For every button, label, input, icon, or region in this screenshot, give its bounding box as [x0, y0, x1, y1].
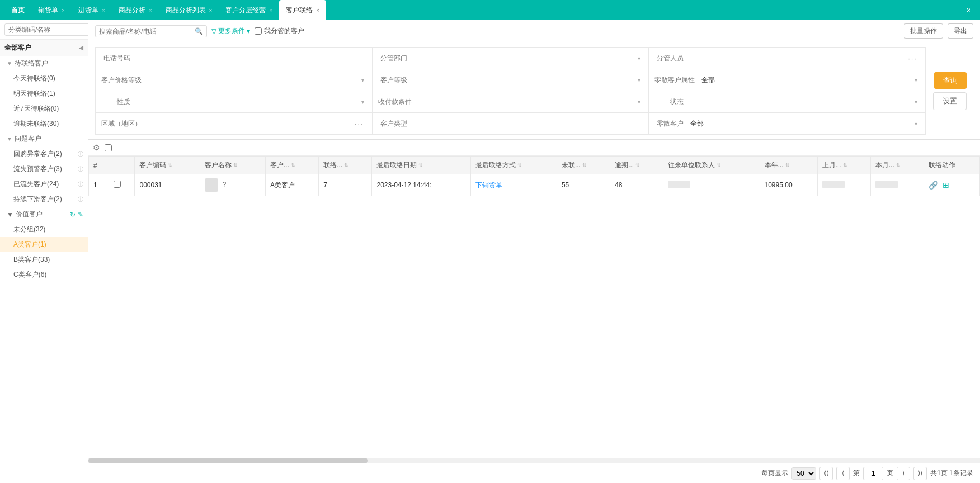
filter-retail-cust-input[interactable]: 全部 ▾ — [688, 116, 920, 131]
next-page-button[interactable]: ⟩ — [897, 467, 910, 480]
th-last-way[interactable]: 最后联络方式 ⇅ — [471, 157, 557, 174]
th-level[interactable]: 客户... ⇅ — [265, 157, 318, 174]
sidebar-item-churned[interactable]: 已流失客户(24) ⓘ — [0, 177, 88, 192]
batch-op-button[interactable]: 批量操作 — [904, 23, 943, 39]
filter-cust-type-input[interactable] — [412, 116, 643, 131]
sidebar-item-ungrouped[interactable]: 未分组(32) — [0, 222, 88, 237]
filter-payment: 收付款条件 ▾ — [373, 91, 649, 112]
filter-region-input[interactable]: ··· — [146, 116, 366, 131]
sidebar-item-class-a[interactable]: A类客户(1) — [0, 237, 88, 252]
filter-dept-caret: ▾ — [638, 55, 640, 61]
filter-status-input[interactable]: ▾ — [688, 94, 920, 109]
close-all-button[interactable]: × — [962, 6, 976, 15]
page-input[interactable] — [863, 467, 883, 480]
my-customers-checkbox[interactable] — [255, 27, 262, 35]
horizontal-scrollbar[interactable] — [88, 458, 980, 463]
th-this-year[interactable]: 本年... ⇅ — [760, 157, 817, 174]
settings-button[interactable]: 设置 — [933, 92, 967, 110]
action-link-icon[interactable]: 🔗 — [929, 181, 938, 190]
filter-search-input[interactable] — [99, 27, 195, 35]
main-layout: 🔍 全部客户 ◀ ▼ 待联络客户 今天待联络(0) 明天待联络(1) 近7天待联… — [0, 20, 980, 483]
th-last-month[interactable]: 上月... ⇅ — [817, 157, 870, 174]
my-customers-checkbox-wrap[interactable]: 我分管的客户 — [255, 26, 304, 36]
filter-nature-input[interactable]: ▾ — [135, 94, 366, 109]
sidebar-item-today[interactable]: 今天待联络(0) — [0, 71, 88, 86]
nav-product-analysis-close[interactable]: × — [149, 7, 152, 13]
first-page-button[interactable]: ⟨⟨ — [819, 467, 833, 480]
pagination: 每页显示 50 ⟨⟨ ⟨ 第 页 ⟩ ⟩⟩ 共1页 1条记录 — [761, 467, 973, 480]
sidebar-item-tomorrow[interactable]: 明天待联络(1) — [0, 86, 88, 101]
filter-search-box[interactable]: 🔍 — [95, 25, 207, 37]
sidebar-item-repurchase-abnormal[interactable]: 回购异常客户(2) ⓘ — [0, 146, 88, 162]
filter-more-button[interactable]: ▽ 更多条件 ▾ — [211, 26, 250, 36]
cell-last-way[interactable]: 下销货单 — [471, 174, 557, 196]
nav-home[interactable]: 首页 — [4, 0, 31, 20]
th-this-month-label: 本月... — [875, 160, 894, 170]
nav-customer-contact[interactable]: 客户联络 × — [279, 0, 326, 20]
filter-status-caret: ▾ — [915, 99, 917, 105]
prev-page-button[interactable]: ⟨ — [836, 467, 850, 480]
nav-product-analysis-list[interactable]: 商品分析列表 × — [159, 0, 219, 20]
table-settings-icon[interactable]: ⚙ — [93, 143, 100, 152]
nav-sales[interactable]: 销货单 × — [31, 0, 72, 20]
filter-person-input[interactable]: ··· — [688, 51, 920, 65]
filter-row-1: 电话号码 分管部门 ▾ — [95, 47, 926, 69]
th-name[interactable]: 客户名称 ⇅ — [200, 157, 266, 174]
sidebar-group-pending[interactable]: ▼ 待联络客户 — [0, 56, 88, 71]
th-last-month-label: 上月... — [822, 160, 841, 170]
nav-customer-segment-close[interactable]: × — [269, 7, 272, 13]
th-contact[interactable]: 联络... ⇅ — [319, 157, 372, 174]
th-last-date[interactable]: 最后联络日期 ⇅ — [372, 157, 471, 174]
th-overdue[interactable]: 逾期... ⇅ — [610, 157, 663, 174]
query-button[interactable]: 查询 — [934, 72, 967, 89]
per-page-select[interactable]: 50 — [791, 467, 816, 480]
sidebar-item-declining[interactable]: 持续下滑客户(2) ⓘ — [0, 192, 88, 207]
cell-checkbox[interactable] — [109, 174, 135, 196]
filter-person: 分管人员 ··· — [649, 48, 925, 69]
info-icon-1: ⓘ — [78, 150, 83, 158]
sidebar-item-class-b[interactable]: B类客户(33) — [0, 252, 88, 267]
sidebar-item-overdue[interactable]: 逾期未联络(30) — [0, 116, 88, 131]
filter-retail-cust-label: 零散客户 — [654, 119, 688, 129]
value-refresh-icon[interactable]: ↻ — [70, 211, 76, 219]
nav-product-analysis[interactable]: 商品分析 × — [112, 0, 159, 20]
select-all-checkbox[interactable] — [105, 144, 112, 151]
row-checkbox[interactable] — [114, 181, 121, 188]
nav-purchase[interactable]: 进货单 × — [72, 0, 112, 20]
th-unit-contact[interactable]: 往来单位联系人 ⇅ — [663, 157, 760, 174]
value-edit-icon[interactable]: ✎ — [78, 211, 83, 219]
scrollbar-thumb[interactable] — [88, 458, 368, 463]
table-toolbar: ⚙ — [88, 140, 980, 156]
filter-price-level-label: 客户价格等级 — [101, 75, 146, 85]
filter-dept-input[interactable]: ▾ — [412, 51, 643, 65]
th-last-date-label: 最后联络日期 — [376, 160, 417, 170]
sidebar-item-churn-warning[interactable]: 流失预警客户(3) ⓘ — [0, 162, 88, 177]
last-way-link[interactable]: 下销货单 — [475, 181, 502, 189]
th-last-way-label: 最后联络方式 — [475, 160, 516, 170]
nav-customer-contact-close[interactable]: × — [316, 7, 319, 13]
filter-retail-attr-input[interactable]: 全部 ▾ — [699, 73, 920, 87]
sidebar-collapse-icon[interactable]: ◀ — [79, 45, 83, 51]
filter-payment-input[interactable]: ▾ — [416, 94, 643, 109]
last-page-button[interactable]: ⟩⟩ — [913, 467, 927, 480]
filter-phone-input[interactable] — [135, 51, 366, 65]
th-checkbox — [109, 157, 135, 174]
nav-purchase-close[interactable]: × — [102, 7, 105, 13]
action-qr-icon[interactable]: ⊞ — [943, 181, 949, 190]
th-code[interactable]: 客户编码 ⇅ — [135, 157, 200, 174]
export-button[interactable]: 导出 — [948, 23, 973, 39]
sidebar-all-customers[interactable]: 全部客户 ◀ — [0, 40, 88, 56]
nav-sales-close[interactable]: × — [62, 7, 65, 13]
sidebar-group-problem[interactable]: ▼ 问题客户 — [0, 131, 88, 146]
filter-cust-level-input[interactable]: ▾ — [412, 73, 643, 87]
nav-customer-segment[interactable]: 客户分层经营 × — [219, 0, 279, 20]
filter-price-level-input[interactable]: ▾ — [146, 73, 366, 87]
sidebar-item-class-c[interactable]: C类客户(6) — [0, 267, 88, 282]
sidebar-search-input[interactable] — [4, 23, 88, 36]
unit-contact-placeholder — [668, 181, 690, 188]
sidebar-item-7days[interactable]: 近7天待联络(0) — [0, 101, 88, 116]
filter-payment-label: 收付款条件 — [378, 97, 416, 107]
th-uncontact[interactable]: 未联... ⇅ — [557, 157, 610, 174]
th-this-month[interactable]: 本月... ⇅ — [870, 157, 924, 174]
nav-product-analysis-list-close[interactable]: × — [209, 7, 213, 13]
